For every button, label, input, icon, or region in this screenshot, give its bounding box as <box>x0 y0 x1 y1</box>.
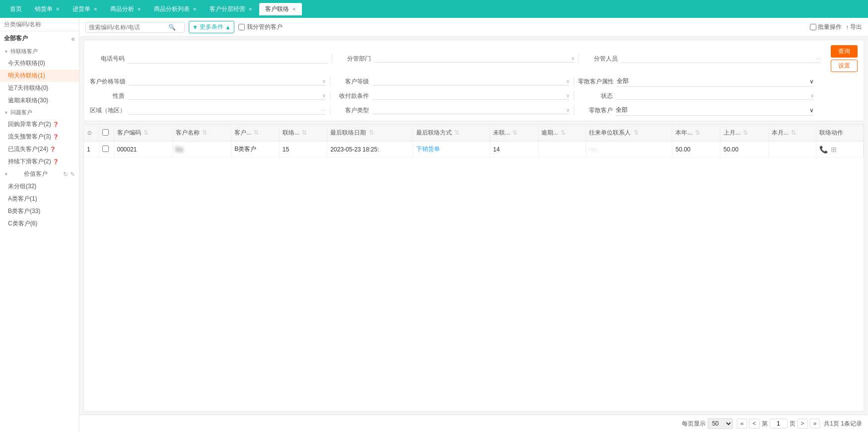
nav-sales-order[interactable]: 销货单 ✕ <box>29 3 66 15</box>
filter-customer-level-select[interactable]: ∨ <box>372 77 570 85</box>
filter-price-level-select[interactable]: ∨ <box>129 77 326 85</box>
table-area: ⚙ 客户编码 ⇅ 客户名称 ⇅ 客户... ⇅ <box>83 124 864 412</box>
th-contact-person-sort[interactable]: ⇅ <box>634 129 639 136</box>
sidebar-item-repurchase-abnormal[interactable]: 回购异常客户(2) ❓ <box>0 118 79 131</box>
filter-nature-label: 性质 <box>90 92 125 100</box>
sidebar-item-today-pending[interactable]: 今天待联络(0) <box>0 57 79 70</box>
close-customer-contact[interactable]: ✕ <box>292 6 296 12</box>
th-code: 客户编码 ⇅ <box>114 125 172 142</box>
sidebar-item-churned[interactable]: 已流失客户(24) ❓ <box>0 143 79 155</box>
th-last-month-sort[interactable]: ⇅ <box>743 129 748 136</box>
td-type: B类客户 <box>231 142 280 157</box>
last-method-link[interactable]: 下销货单 <box>416 145 440 152</box>
batch-checkbox[interactable] <box>810 24 816 30</box>
td-this-year: 50.00 <box>672 142 721 157</box>
sidebar-item-declining[interactable]: 持续下滑客户(2) ❓ <box>0 155 79 168</box>
filter-row-4: 区域（地区） ··· 客户类型 ∨ 零散客户 全部∨ <box>90 105 858 116</box>
nav-product-analysis-list[interactable]: 商品分析列表 ✕ <box>148 3 203 15</box>
filter-row-2: 客户价格等级 ∨ 客户等级 ∨ 零散客户属性 全部∨ <box>90 76 858 87</box>
reset-btn[interactable]: 设置 <box>831 60 858 72</box>
close-customer-layered[interactable]: ✕ <box>248 6 252 12</box>
th-uncontacted: 未联... ⇅ <box>490 125 538 142</box>
th-overdue-sort[interactable]: ⇅ <box>561 129 566 136</box>
next-page-btn[interactable]: > <box>797 419 808 429</box>
nav-customer-layered[interactable]: 客户分层经营 ✕ <box>204 3 258 15</box>
sidebar-item-overdue-pending[interactable]: 逾期未联络(30) <box>0 94 79 107</box>
filter-scatter-customer-select[interactable]: 全部∨ <box>616 105 814 116</box>
td-checkbox <box>99 142 114 157</box>
th-this-month-sort[interactable]: ⇅ <box>791 129 796 136</box>
query-btn[interactable]: 查询 <box>831 45 858 58</box>
filter-payment-terms: 收付款条件 ∨ <box>334 92 570 100</box>
content-area: 🔍 ▼ 更多条件 ▲ 我分管的客户 批量操作 ↑ 导出 <box>79 18 868 432</box>
filter-scatter-attr: 零散客户属性 全部∨ <box>578 76 814 87</box>
close-purchase-order[interactable]: ✕ <box>93 6 97 12</box>
per-page-select[interactable]: 50 100 200 <box>708 418 733 429</box>
close-product-analysis[interactable]: ✕ <box>137 6 141 12</box>
edit-value-icon[interactable]: ✎ <box>70 171 75 178</box>
th-this-year-sort[interactable]: ⇅ <box>695 129 700 136</box>
settings-icon[interactable]: ⚙ <box>87 130 92 137</box>
sidebar-search-input[interactable] <box>4 21 78 28</box>
th-type-sort[interactable]: ⇅ <box>254 129 259 136</box>
filter-phone: 电话号码 <box>90 54 328 64</box>
phone-action-icon[interactable]: 📞 <box>819 145 828 153</box>
sidebar-search-bar: 🔍 <box>0 18 79 31</box>
export-btn[interactable]: ↑ 导出 <box>846 23 862 31</box>
th-uncontacted-sort[interactable]: ⇅ <box>512 129 517 136</box>
filter-scatter-attr-select[interactable]: 全部∨ <box>617 76 814 87</box>
sidebar-item-churn-warning[interactable]: 流失预警客户(3) ❓ <box>0 131 79 143</box>
filter-region-select[interactable]: ··· <box>129 106 326 115</box>
batch-op-btn[interactable]: 批量操作 <box>810 23 842 31</box>
th-last-method-sort[interactable]: ⇅ <box>454 129 459 136</box>
prev-page-btn[interactable]: < <box>749 419 760 429</box>
filter-phone-input[interactable] <box>128 54 328 64</box>
nav-customer-contact[interactable]: 客户联络 ✕ <box>259 3 302 15</box>
select-all-checkbox[interactable] <box>102 129 109 136</box>
close-product-analysis-list[interactable]: ✕ <box>193 6 197 12</box>
toolbar-right: 批量操作 ↑ 导出 <box>810 23 862 31</box>
filter-customer-type-select[interactable]: ∨ <box>372 106 570 114</box>
filter-status-select[interactable]: ∨ <box>616 92 814 100</box>
page-input[interactable] <box>770 419 788 429</box>
first-page-btn[interactable]: « <box>737 419 747 429</box>
th-action: 联络动作 <box>816 125 864 142</box>
close-sales-order[interactable]: ✕ <box>56 6 60 12</box>
th-name-sort[interactable]: ⇅ <box>202 129 207 136</box>
nav-home[interactable]: 首页 <box>4 3 28 15</box>
filter-payment-terms-select[interactable]: ∨ <box>372 92 570 100</box>
more-filter-btn[interactable]: ▼ 更多条件 ▲ <box>189 21 234 33</box>
my-customer-checkbox[interactable] <box>238 24 245 30</box>
sidebar-item-class-a[interactable]: A类客户(1) <box>0 193 79 205</box>
search-input[interactable] <box>89 24 168 31</box>
th-code-sort[interactable]: ⇅ <box>144 129 148 136</box>
last-page-btn[interactable]: » <box>810 419 820 429</box>
th-contact-count-sort[interactable]: ⇅ <box>302 129 307 136</box>
filter-customer-level: 客户等级 ∨ <box>334 77 570 86</box>
filter-region-label: 区域（地区） <box>90 106 126 115</box>
filter-status-label: 状态 <box>578 92 613 100</box>
sidebar-item-class-c[interactable]: C类客户(6) <box>0 217 79 230</box>
grid-action-icon[interactable]: ⊞ <box>831 145 837 153</box>
sidebar-collapse-icon[interactable]: « <box>71 35 75 43</box>
export-icon: ↑ <box>846 24 849 31</box>
filter-nature-select[interactable]: ∨ <box>128 92 326 100</box>
th-contact-count: 联络... ⇅ <box>279 125 327 142</box>
sidebar-item-7days-pending[interactable]: 近7天待联络(0) <box>0 82 79 94</box>
sidebar-item-tomorrow-pending[interactable]: 明天待联络(1) <box>0 70 79 82</box>
help-icon-declining: ❓ <box>53 159 59 164</box>
nav-product-analysis[interactable]: 商品分析 ✕ <box>104 3 147 15</box>
per-page: 每页显示 50 100 200 <box>682 418 733 429</box>
row-checkbox[interactable] <box>102 145 109 152</box>
all-customers-section: 全部客户 « <box>0 31 79 46</box>
search-icon-btn[interactable]: 🔍 <box>168 24 176 31</box>
sidebar-item-class-b[interactable]: B类客户(33) <box>0 205 79 217</box>
th-last-month-label: 上月... <box>723 129 740 136</box>
sidebar-item-ungrouped[interactable]: 未分组(32) <box>0 180 79 193</box>
refresh-icon[interactable]: ↻ <box>63 171 68 178</box>
filter-dept-label: 分管部门 <box>336 55 371 63</box>
filter-person-select[interactable]: ··· <box>621 55 821 63</box>
filter-dept-select[interactable]: ∨ <box>374 55 574 63</box>
nav-purchase-order[interactable]: 进货单 ✕ <box>67 3 103 15</box>
th-last-date-sort[interactable]: ⇅ <box>369 129 374 136</box>
